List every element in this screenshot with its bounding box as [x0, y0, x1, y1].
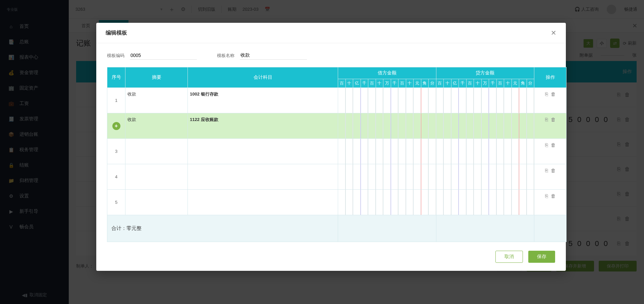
digit-cell[interactable] [421, 164, 429, 190]
digit-cell[interactable] [451, 88, 459, 113]
digit-cell[interactable] [489, 190, 497, 215]
cancel-button[interactable]: 取消 [495, 251, 523, 263]
digit-cell[interactable] [376, 113, 383, 139]
digit-cell[interactable] [353, 164, 361, 190]
digit-cell[interactable] [496, 164, 504, 190]
digit-cell[interactable] [489, 113, 497, 139]
digit-cell[interactable] [519, 190, 527, 215]
digit-cell[interactable] [527, 164, 534, 190]
digit-cell[interactable] [398, 164, 406, 190]
digit-cell[interactable] [436, 88, 444, 113]
digit-cell[interactable] [451, 190, 459, 215]
digit-cell[interactable] [421, 113, 429, 139]
digit-cell[interactable] [436, 113, 444, 139]
account-cell[interactable]: 1122 应收账款 [188, 113, 338, 139]
digit-cell[interactable] [353, 139, 361, 164]
digit-cell[interactable] [338, 190, 346, 215]
digit-cell[interactable] [489, 88, 497, 113]
digit-cell[interactable] [481, 113, 489, 139]
abstract-cell[interactable]: 收款 [125, 113, 188, 139]
digit-cell[interactable] [414, 113, 421, 139]
digit-cell[interactable] [504, 190, 512, 215]
digit-cell[interactable] [406, 190, 414, 215]
abstract-cell[interactable] [125, 164, 188, 190]
digit-cell[interactable] [406, 113, 414, 139]
digit-cell[interactable] [504, 88, 512, 113]
digit-cell[interactable] [519, 113, 527, 139]
copy-icon[interactable]: ⎘ [545, 193, 548, 199]
digit-cell[interactable] [466, 113, 474, 139]
digit-cell[interactable] [496, 113, 504, 139]
digit-cell[interactable] [436, 164, 444, 190]
digit-cell[interactable] [436, 190, 444, 215]
digit-cell[interactable] [361, 190, 368, 215]
digit-cell[interactable] [512, 164, 519, 190]
digit-cell[interactable] [527, 190, 534, 215]
digit-cell[interactable] [361, 88, 368, 113]
digit-cell[interactable] [436, 139, 444, 164]
digit-cell[interactable] [345, 88, 353, 113]
digit-cell[interactable] [414, 139, 421, 164]
table-row[interactable]: 5⎘🗑 [107, 190, 567, 215]
digit-cell[interactable] [481, 190, 489, 215]
digit-cell[interactable] [368, 190, 376, 215]
digit-cell[interactable] [353, 88, 361, 113]
digit-cell[interactable] [459, 113, 467, 139]
digit-cell[interactable] [353, 113, 361, 139]
digit-cell[interactable] [398, 113, 406, 139]
digit-cell[interactable] [429, 88, 436, 113]
digit-cell[interactable] [474, 190, 482, 215]
digit-cell[interactable] [429, 113, 436, 139]
digit-cell[interactable] [391, 139, 398, 164]
abstract-cell[interactable] [125, 190, 188, 215]
digit-cell[interactable] [338, 139, 346, 164]
digit-cell[interactable] [421, 88, 429, 113]
digit-cell[interactable] [466, 139, 474, 164]
digit-cell[interactable] [527, 88, 534, 113]
account-cell[interactable] [188, 139, 338, 164]
copy-icon[interactable]: ⎘ [545, 142, 548, 148]
digit-cell[interactable] [527, 113, 534, 139]
digit-cell[interactable] [391, 190, 398, 215]
digit-cell[interactable] [504, 139, 512, 164]
digit-cell[interactable] [444, 190, 451, 215]
digit-cell[interactable] [391, 88, 398, 113]
digit-cell[interactable] [338, 164, 346, 190]
digit-cell[interactable] [376, 88, 383, 113]
digit-cell[interactable] [481, 139, 489, 164]
digit-cell[interactable] [345, 190, 353, 215]
digit-cell[interactable] [429, 190, 436, 215]
delete-icon[interactable]: 🗑 [551, 168, 556, 173]
digit-cell[interactable] [406, 88, 414, 113]
digit-cell[interactable] [519, 139, 527, 164]
digit-cell[interactable] [391, 164, 398, 190]
table-row[interactable]: 4⎘🗑 [107, 164, 567, 190]
digit-cell[interactable] [353, 190, 361, 215]
digit-cell[interactable] [383, 139, 391, 164]
digit-cell[interactable] [444, 113, 451, 139]
digit-cell[interactable] [444, 164, 451, 190]
digit-cell[interactable] [527, 139, 534, 164]
digit-cell[interactable] [383, 88, 391, 113]
digit-cell[interactable] [489, 139, 497, 164]
digit-cell[interactable] [376, 164, 383, 190]
digit-cell[interactable] [466, 88, 474, 113]
digit-cell[interactable] [368, 164, 376, 190]
table-row[interactable]: 1收款1002 银行存款⎘🗑 [107, 88, 567, 113]
digit-cell[interactable] [345, 164, 353, 190]
digit-cell[interactable] [481, 164, 489, 190]
digit-cell[interactable] [368, 88, 376, 113]
template-name-input[interactable] [240, 51, 307, 60]
digit-cell[interactable] [466, 190, 474, 215]
close-icon[interactable]: ✕ [551, 29, 556, 37]
digit-cell[interactable] [459, 139, 467, 164]
save-button[interactable]: 保存 [528, 251, 555, 263]
account-cell[interactable]: 1002 银行存款 [188, 88, 338, 113]
digit-cell[interactable] [512, 113, 519, 139]
account-cell[interactable] [188, 190, 338, 215]
digit-cell[interactable] [338, 113, 346, 139]
digit-cell[interactable] [481, 88, 489, 113]
digit-cell[interactable] [429, 164, 436, 190]
digit-cell[interactable] [451, 164, 459, 190]
digit-cell[interactable] [459, 190, 467, 215]
